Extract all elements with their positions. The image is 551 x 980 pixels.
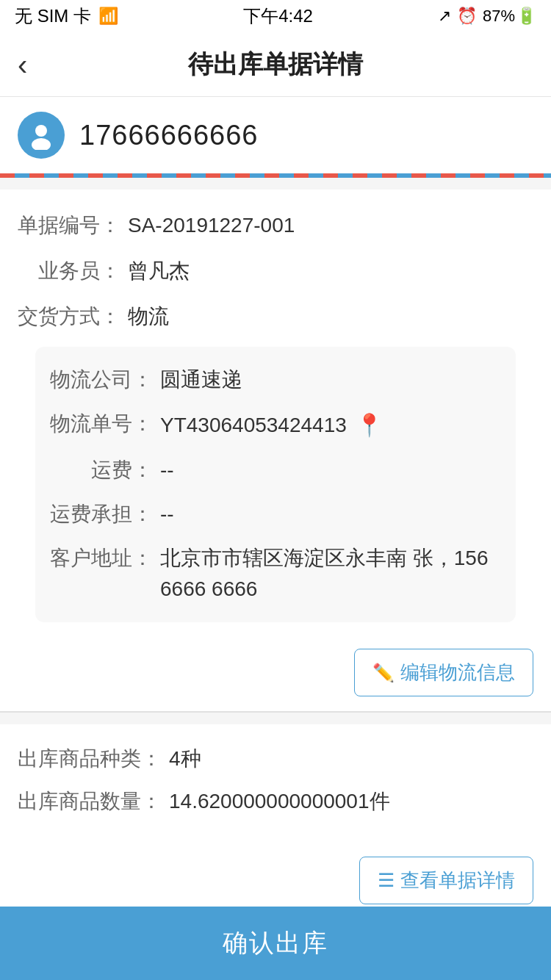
document-number-row: 单据编号： SA-20191227-001: [18, 210, 533, 241]
freight-bearer-value: --: [160, 499, 501, 530]
product-type-label: 出库商品种类：: [18, 745, 162, 773]
logistics-card: 物流公司： 圆通速递 物流单号： YT43064053424413 📍 运费： …: [35, 347, 516, 622]
document-number-label: 单据编号：: [18, 210, 120, 241]
list-icon: ☰: [378, 869, 395, 892]
freight-bearer-label: 运费承担：: [50, 499, 153, 530]
alarm-icon: ⏰: [457, 7, 477, 26]
view-details-label: 查看单据详情: [400, 868, 515, 893]
status-bar: 无 SIM 卡 📶 下午4:42 ↗ ⏰ 87% 🔋: [0, 0, 551, 32]
battery-icon: 🔋: [516, 7, 536, 26]
logistics-company-value: 圆通速递: [160, 364, 501, 395]
avatar: [18, 112, 65, 159]
document-number-value: SA-20191227-001: [128, 210, 533, 241]
tracking-location-icon[interactable]: 📍: [356, 408, 383, 442]
salesperson-row: 业务员： 曾凡杰: [18, 256, 533, 287]
tracking-number-value: YT43064053424413: [160, 410, 347, 441]
customer-header: 17666666666: [0, 97, 551, 173]
edit-icon: ✏️: [372, 663, 395, 683]
battery-indicator: 87% 🔋: [483, 7, 536, 26]
customer-address-label: 客户地址：: [50, 543, 153, 574]
product-quantity-value: 14.620000000000001件: [169, 788, 390, 815]
svg-point-0: [35, 125, 47, 137]
status-right: ↗ ⏰ 87% 🔋: [438, 7, 536, 26]
freight-bearer-row: 运费承担： --: [50, 499, 501, 530]
product-section: 出库商品种类： 4种 出库商品数量： 14.620000000000001件: [0, 724, 551, 845]
freight-row: 运费： --: [50, 455, 501, 486]
view-details-button[interactable]: ☰ 查看单据详情: [359, 857, 533, 904]
edit-logistics-container: ✏️ 编辑物流信息: [0, 637, 551, 711]
location-status-icon: ↗: [438, 7, 451, 26]
person-icon: [26, 120, 56, 150]
wifi-icon: 📶: [98, 7, 118, 26]
dashed-separator: [0, 173, 551, 178]
tracking-number-label: 物流单号：: [50, 408, 153, 439]
customer-address-value: 北京市市辖区海淀区永丰南 张，156 6666 6666: [160, 543, 501, 605]
product-type-value: 4种: [169, 745, 201, 773]
nav-bar: ‹ 待出库单据详情: [0, 32, 551, 97]
delivery-method-value: 物流: [128, 301, 533, 332]
freight-label: 运费：: [50, 455, 153, 486]
order-info-section: 单据编号： SA-20191227-001 业务员： 曾凡杰 交货方式： 物流 …: [0, 190, 551, 637]
status-left: 无 SIM 卡 📶: [15, 4, 118, 28]
tracking-number-row: 物流单号： YT43064053424413 📍: [50, 408, 501, 442]
status-time: 下午4:42: [243, 4, 313, 28]
edit-logistics-label: 编辑物流信息: [400, 660, 515, 685]
customer-phone: 17666666666: [79, 120, 258, 151]
confirm-button-label: 确认出库: [223, 926, 328, 960]
delivery-method-row: 交货方式： 物流: [18, 301, 533, 332]
back-button[interactable]: ‹: [18, 50, 27, 79]
delivery-method-label: 交货方式：: [18, 301, 120, 332]
customer-address-row: 客户地址： 北京市市辖区海淀区永丰南 张，156 6666 6666: [50, 543, 501, 605]
logistics-company-row: 物流公司： 圆通速递: [50, 364, 501, 395]
page-title: 待出库单据详情: [188, 48, 363, 82]
section-divider: [0, 711, 551, 713]
carrier-label: 无 SIM 卡: [15, 4, 91, 28]
product-quantity-label: 出库商品数量：: [18, 788, 162, 815]
logistics-company-label: 物流公司：: [50, 364, 153, 395]
product-quantity-row: 出库商品数量： 14.620000000000001件: [18, 788, 533, 815]
freight-value: --: [160, 455, 501, 486]
salesperson-label: 业务员：: [18, 256, 120, 287]
svg-point-1: [32, 138, 51, 150]
tracking-number-container: YT43064053424413 📍: [160, 408, 501, 442]
battery-percent: 87%: [483, 7, 515, 26]
edit-logistics-button[interactable]: ✏️ 编辑物流信息: [354, 649, 533, 696]
salesperson-value: 曾凡杰: [128, 256, 533, 287]
product-type-row: 出库商品种类： 4种: [18, 745, 533, 773]
confirm-bar[interactable]: 确认出库: [0, 907, 551, 980]
